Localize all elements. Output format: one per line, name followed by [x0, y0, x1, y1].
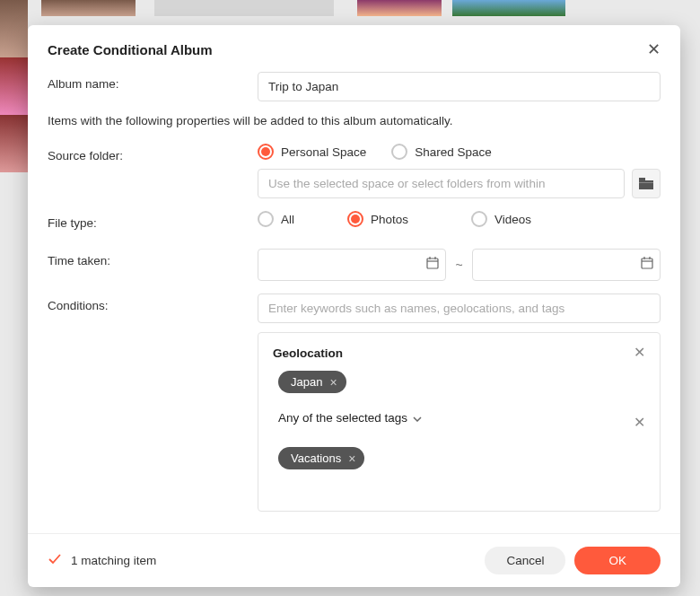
svg-rect-3 — [427, 259, 438, 268]
radio-selected-icon — [258, 144, 274, 160]
radio-label: All — [281, 213, 294, 226]
album-name-input[interactable] — [258, 72, 661, 101]
source-folder-label: Source folder: — [48, 144, 258, 198]
conditions-input[interactable] — [258, 294, 661, 323]
background-thumbnail — [357, 0, 442, 16]
modal-footer: 1 matching item Cancel OK — [28, 533, 680, 587]
folder-icon — [639, 178, 653, 190]
album-name-label: Album name: — [48, 72, 258, 101]
background-thumbnail — [41, 0, 136, 16]
check-icon — [48, 553, 62, 569]
conditions-label: Conditions: — [48, 294, 258, 512]
time-taken-label: Time taken: — [48, 249, 258, 281]
modal-title: Create Conditional Album — [48, 42, 647, 57]
radio-label: Shared Space — [415, 145, 492, 159]
svg-rect-0 — [639, 180, 653, 189]
modal-header: Create Conditional Album ✕ — [28, 25, 680, 72]
time-to-input[interactable] — [472, 249, 661, 281]
calendar-icon[interactable] — [641, 257, 653, 273]
tag-match-mode-selector[interactable]: Any of the selected tags — [278, 409, 634, 425]
remove-condition-icon[interactable]: ✕ — [634, 416, 645, 430]
conditions-list: Geolocation ✕ Japan × — [258, 332, 661, 512]
svg-rect-2 — [639, 182, 653, 183]
chevron-down-icon — [413, 409, 422, 425]
remove-tag-icon[interactable]: × — [348, 452, 355, 465]
file-type-label: File type: — [48, 211, 258, 236]
svg-rect-1 — [639, 178, 645, 181]
time-from-input[interactable] — [258, 249, 446, 281]
radio-selected-icon — [347, 211, 363, 227]
calendar-icon[interactable] — [426, 257, 439, 273]
filetype-photos-radio[interactable]: Photos — [347, 211, 446, 227]
radio-unselected-icon — [391, 144, 407, 160]
radio-unselected-icon — [471, 211, 487, 227]
filetype-all-radio[interactable]: All — [258, 211, 322, 227]
source-folder-input[interactable] — [258, 169, 625, 198]
date-range-separator: ~ — [455, 258, 462, 272]
tag-vacations[interactable]: Vacations × — [278, 447, 364, 469]
remove-condition-icon[interactable]: ✕ — [634, 346, 645, 360]
browse-folder-button[interactable] — [632, 169, 661, 198]
radio-label: Personal Space — [281, 145, 366, 159]
close-icon[interactable]: ✕ — [647, 41, 661, 57]
tag-label: Vacations — [291, 451, 341, 465]
selector-text: Any of the selected tags — [278, 411, 407, 425]
radio-label: Photos — [371, 213, 408, 226]
source-personal-radio[interactable]: Personal Space — [258, 144, 366, 160]
cancel-button[interactable]: Cancel — [485, 547, 565, 574]
create-conditional-album-modal: Create Conditional Album ✕ Album name: I… — [28, 25, 680, 587]
filetype-videos-radio[interactable]: Videos — [471, 211, 531, 227]
radio-unselected-icon — [258, 211, 274, 227]
condition-title: Geolocation — [273, 346, 634, 360]
source-shared-radio[interactable]: Shared Space — [391, 144, 492, 160]
condition-group-tags: Any of the selected tags ✕ Vacations — [273, 409, 645, 469]
tag-japan[interactable]: Japan × — [278, 371, 346, 393]
tag-label: Japan — [291, 375, 322, 389]
background-thumbnail — [154, 0, 334, 16]
auto-add-hint: Items with the following properties will… — [48, 114, 661, 127]
ok-button[interactable]: OK — [574, 547, 661, 574]
modal-body: Album name: Items with the following pro… — [28, 72, 680, 533]
background-thumbnail-column — [0, 0, 28, 172]
matching-items-text: 1 matching item — [71, 554, 156, 567]
radio-label: Videos — [494, 213, 531, 226]
svg-rect-7 — [642, 259, 652, 268]
background-thumbnail — [452, 0, 565, 16]
condition-group-geolocation: Geolocation ✕ Japan × — [273, 346, 645, 393]
remove-tag-icon[interactable]: × — [329, 376, 337, 389]
